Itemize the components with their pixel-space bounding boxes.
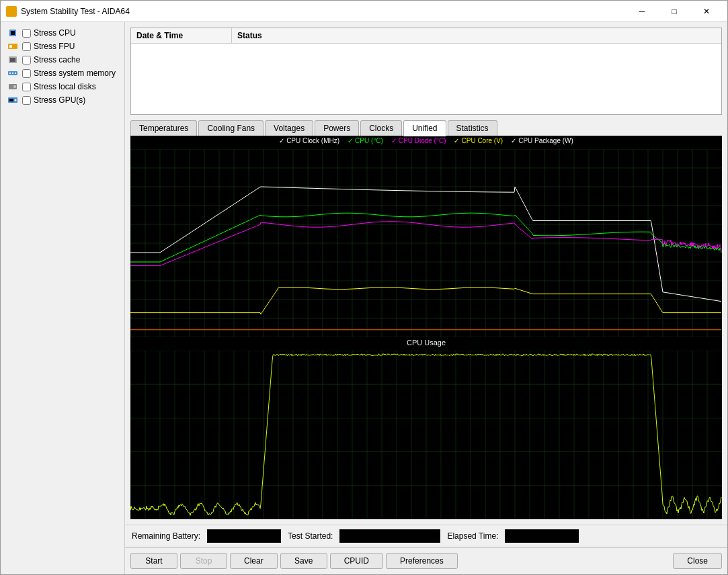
upper-chart: ✓ CPU Clock (MHz) ✓ CPU (°C) ✓ CPU Diode…: [130, 136, 722, 337]
stress-cpu-label: Stress CPU: [34, 28, 76, 38]
preferences-button[interactable]: Preferences: [386, 553, 458, 569]
close-window-button[interactable]: ✕: [691, 3, 722, 20]
tab-clocks[interactable]: Clocks: [360, 120, 402, 136]
battery-value: [207, 529, 281, 543]
log-area: Date & Time Status: [130, 28, 722, 115]
stress-local-checkbox[interactable]: [22, 83, 31, 91]
lower-chart: CPU Usage 100% 0% 3%: [130, 337, 722, 519]
title-bar-buttons: ─ □ ✕: [626, 3, 722, 20]
chart2-canvas: [130, 351, 722, 519]
log-header: Date & Time Status: [131, 28, 721, 44]
left-buttons: Start Stop Clear Save CPUID Preferences: [130, 553, 458, 569]
log-status-col: Status: [232, 28, 721, 43]
legend-cpu-diode-label: CPU Diode (°C): [399, 137, 446, 144]
cpuid-button[interactable]: CPUID: [330, 553, 383, 569]
svg-point-11: [13, 85, 16, 88]
legend-cpu-temp-label: CPU (°C): [355, 137, 383, 144]
svg-rect-9: [15, 73, 16, 74]
content-area: Stress CPU Stress FPU Stress cache: [1, 22, 727, 574]
stress-gpu-label: Stress GPU(s): [34, 95, 85, 105]
started-value: [339, 529, 440, 543]
legend-cpu-core-label: CPU Core (V): [461, 137, 503, 144]
stress-gpu-checkbox[interactable]: [22, 96, 31, 105]
start-button[interactable]: Start: [130, 553, 177, 569]
stress-memory-item: Stress system memory: [6, 68, 119, 79]
tabs: Temperatures Cooling Fans Voltages Power…: [130, 120, 722, 136]
chart1-canvas: [130, 149, 722, 337]
tab-temperatures[interactable]: Temperatures: [130, 120, 197, 136]
stop-button[interactable]: Stop: [180, 553, 227, 569]
tab-unified[interactable]: Unified: [403, 120, 446, 136]
app-icon: [6, 6, 17, 17]
right-panel: Date & Time Status Temperatures Cooling …: [125, 22, 727, 574]
tab-cooling-fans[interactable]: Cooling Fans: [198, 120, 264, 136]
maximize-button[interactable]: □: [659, 3, 690, 20]
main-window: System Stability Test - AIDA64 ─ □ ✕ Str…: [0, 0, 728, 575]
stress-cpu-item: Stress CPU: [6, 28, 119, 38]
svg-rect-3: [9, 45, 12, 48]
window-title: System Stability Test - AIDA64: [21, 7, 626, 16]
started-label: Test Started:: [288, 531, 333, 541]
fpu-icon: [6, 41, 19, 52]
svg-rect-13: [9, 99, 13, 101]
chart2-title: CPU Usage: [130, 337, 722, 348]
clear-button[interactable]: Clear: [230, 553, 278, 569]
battery-label: Remaining Battery:: [132, 531, 200, 541]
legend-cpu-temp: ✓ CPU (°C): [348, 137, 383, 144]
legend-cpu-core: ✓ CPU Core (V): [454, 137, 503, 144]
stress-memory-label: Stress system memory: [34, 69, 116, 78]
stress-cpu-checkbox[interactable]: [22, 29, 31, 38]
minimize-button[interactable]: ─: [626, 3, 657, 20]
tab-statistics[interactable]: Statistics: [448, 120, 497, 136]
close-button[interactable]: Close: [673, 553, 722, 569]
svg-point-14: [15, 99, 17, 101]
chart-area: ✓ CPU Clock (MHz) ✓ CPU (°C) ✓ CPU Diode…: [130, 136, 722, 519]
stress-fpu-label: Stress FPU: [34, 42, 75, 51]
svg-rect-8: [12, 73, 13, 74]
stress-fpu-checkbox[interactable]: [22, 42, 31, 51]
legend-cpu-package: ✓ CPU Package (W): [511, 137, 573, 144]
legend-cpu-package-label: CPU Package (W): [518, 137, 573, 144]
svg-rect-1: [11, 31, 15, 35]
gpu-icon: [6, 95, 19, 105]
svg-rect-7: [9, 73, 11, 74]
memory-icon: [6, 68, 19, 79]
chart1-legend: ✓ CPU Clock (MHz) ✓ CPU (°C) ✓ CPU Diode…: [130, 137, 722, 144]
tabs-container: Temperatures Cooling Fans Voltages Power…: [125, 120, 727, 136]
tab-voltages[interactable]: Voltages: [265, 120, 313, 136]
svg-rect-5: [10, 58, 15, 62]
log-datetime-col: Date & Time: [131, 28, 232, 43]
stress-cache-label: Stress cache: [34, 55, 80, 64]
legend-cpu-clock-label: CPU Clock (MHz): [286, 137, 339, 144]
stress-gpu-item: Stress GPU(s): [6, 95, 119, 105]
legend-cpu-clock: ✓ CPU Clock (MHz): [279, 137, 339, 144]
tab-powers[interactable]: Powers: [315, 120, 359, 136]
cpu-icon: [6, 28, 19, 38]
stress-local-item: Stress local disks: [6, 81, 119, 92]
stress-local-label: Stress local disks: [34, 82, 96, 91]
disk-icon: [6, 81, 19, 92]
stress-cache-item: Stress cache: [6, 54, 119, 65]
stress-cache-checkbox[interactable]: [22, 56, 31, 64]
elapsed-value: [505, 529, 579, 543]
stress-fpu-item: Stress FPU: [6, 41, 119, 52]
button-bar: Start Stop Clear Save CPUID Preferences …: [125, 547, 727, 574]
status-bar: Remaining Battery: Test Started: Elapsed…: [125, 525, 727, 547]
elapsed-label: Elapsed Time:: [447, 531, 498, 541]
left-panel: Stress CPU Stress FPU Stress cache: [1, 22, 125, 574]
right-buttons: Close: [673, 553, 722, 569]
title-bar: System Stability Test - AIDA64 ─ □ ✕: [1, 1, 727, 22]
legend-cpu-diode: ✓ CPU Diode (°C): [391, 137, 446, 144]
cache-icon: [6, 54, 19, 65]
save-button[interactable]: Save: [280, 553, 327, 569]
stress-memory-checkbox[interactable]: [22, 69, 31, 78]
